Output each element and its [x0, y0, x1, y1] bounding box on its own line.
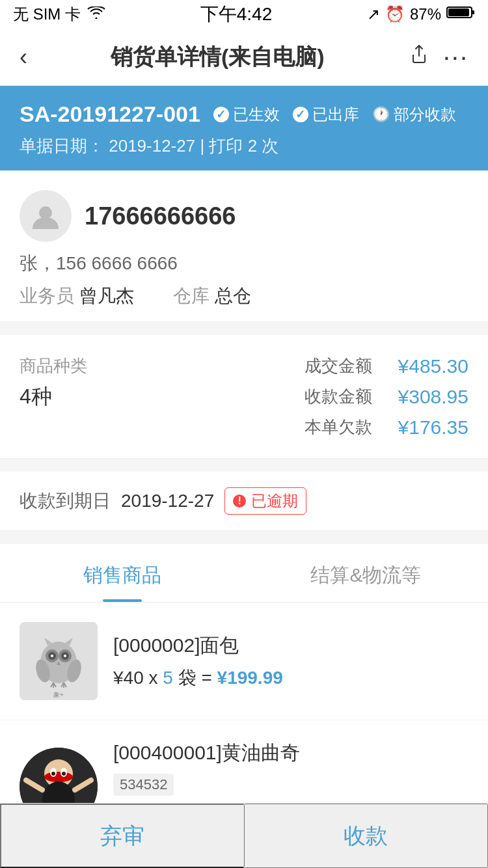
stats-right: 成交金额 ¥485.30 收款金额 ¥308.95 本单欠款 ¥176.35	[305, 355, 468, 439]
due-label: 收款到期日	[20, 489, 111, 513]
print-suffix: 次	[262, 136, 278, 156]
deal-amount-row: 成交金额 ¥485.30	[305, 355, 468, 377]
debt-amount: ¥176.35	[398, 416, 468, 439]
carrier-label: 无 SIM 卡	[13, 4, 81, 25]
order-header-banner: SA-20191227-001 ✓ 已生效 ✓ 已出库 🕐 部分收款 单据日期：…	[0, 86, 488, 170]
status-time: 下午4:42	[200, 2, 273, 27]
debt-amount-row: 本单欠款 ¥176.35	[305, 416, 468, 439]
status-right: ↗ ⏰ 87%	[367, 5, 475, 23]
order-date-row: 单据日期： 2019-12-27 | 打印 2 次	[20, 135, 468, 157]
battery-label: 87%	[410, 5, 441, 23]
back-button[interactable]: ‹	[20, 44, 27, 71]
more-button[interactable]: ···	[443, 42, 468, 72]
check-icon-2: ✓	[293, 107, 308, 122]
cancel-review-button[interactable]: 弃审	[0, 804, 244, 868]
svg-point-29	[51, 772, 55, 776]
svg-point-11	[64, 655, 66, 657]
status-left: 无 SIM 卡	[13, 4, 105, 25]
collect-payment-button[interactable]: 收款	[244, 804, 489, 868]
due-date-section: 收款到期日 2019-12-27 ! 已逾期	[0, 472, 488, 531]
sales-name: 曾凡杰	[79, 284, 134, 308]
receipt-amount: ¥308.95	[398, 386, 468, 408]
customer-avatar	[20, 190, 72, 242]
order-date: 2019-12-27	[109, 136, 195, 156]
product-thumbnail-1: 象+	[20, 622, 98, 700]
customer-section: 17666666666 张，156 6666 6666 业务员 曾凡杰 仓库 总…	[0, 170, 488, 322]
page-title: 销货单详情(来自电脑)	[111, 42, 325, 72]
alarm-icon: ⏰	[385, 5, 405, 23]
product-price-1: ¥40 x 5 袋 = ¥199.99	[113, 666, 468, 690]
svg-rect-1	[472, 10, 474, 14]
deal-label: 成交金额	[305, 355, 372, 377]
types-label: 商品种类	[20, 355, 87, 377]
svg-text:象+: 象+	[53, 691, 64, 698]
date-label: 单据日期：	[20, 136, 104, 156]
overdue-icon: !	[233, 495, 246, 508]
order-id: SA-20191227-001	[20, 102, 200, 127]
svg-rect-2	[448, 8, 469, 16]
customer-phone: 17666666666	[85, 202, 236, 230]
print-count: 2	[248, 136, 257, 156]
warehouse-label: 仓库	[173, 284, 210, 308]
tab-settlement-logistics[interactable]: 结算&物流等	[244, 544, 488, 602]
due-date-value: 2019-12-27	[121, 491, 214, 511]
share-button[interactable]	[408, 44, 430, 71]
product-sku-2: 534532	[113, 774, 174, 796]
types-value: 4种	[20, 383, 87, 411]
product-qty-1: 5	[163, 668, 173, 688]
deal-amount: ¥485.30	[398, 355, 468, 377]
nav-bar: ‹ 销货单详情(来自电脑) ···	[0, 29, 488, 86]
svg-point-10	[51, 655, 53, 657]
overdue-badge: ! 已逾期	[224, 487, 306, 515]
print-separator: | 打印	[200, 136, 247, 156]
svg-point-26	[44, 772, 73, 782]
product-item: 象+ [0000002]面包 ¥40 x 5 袋 = ¥199.99	[0, 603, 488, 720]
overdue-text: 已逾期	[251, 491, 298, 511]
svg-point-30	[62, 772, 66, 776]
stats-section: 商品种类 4种 成交金额 ¥485.30 收款金额 ¥308.95 本单欠款 ¥…	[0, 335, 488, 459]
sales-item: 业务员 曾凡杰	[20, 284, 134, 308]
tabs-row: 销售商品 结算&物流等	[0, 544, 488, 602]
product-total-1: ¥199.99	[217, 668, 283, 688]
check-icon-1: ✓	[213, 107, 229, 122]
customer-meta: 业务员 曾凡杰 仓库 总仓	[20, 284, 468, 308]
customer-name-phone: 张，156 6666 6666	[20, 251, 468, 276]
stats-left: 商品种类 4种	[20, 355, 87, 411]
nav-actions: ···	[408, 42, 468, 72]
badge-partial-payment: 🕐 部分收款	[372, 104, 456, 125]
badge-shipped: ✓ 已出库	[293, 104, 359, 125]
warehouse-item: 仓库 总仓	[173, 284, 251, 308]
product-info-1: [0000002]面包 ¥40 x 5 袋 = ¥199.99	[113, 632, 468, 690]
tabs-section: 销售商品 结算&物流等	[0, 544, 488, 603]
tab-sales-products[interactable]: 销售商品	[0, 544, 244, 602]
product-name-2: [000400001]黄油曲奇	[113, 740, 468, 766]
wifi-icon	[87, 5, 105, 23]
bottom-bar: 弃审 收款	[0, 803, 488, 868]
warehouse-name: 总仓	[215, 284, 251, 308]
receipt-amount-row: 收款金额 ¥308.95	[305, 385, 468, 408]
battery-icon	[446, 5, 475, 23]
debt-label: 本单欠款	[305, 416, 372, 439]
badge-effective: ✓ 已生效	[213, 104, 280, 125]
status-bar: 无 SIM 卡 下午4:42 ↗ ⏰ 87%	[0, 0, 488, 29]
product-name-1: [0000002]面包	[113, 632, 468, 659]
location-icon: ↗	[367, 5, 380, 23]
clock-icon: 🕐	[372, 106, 390, 123]
sales-label: 业务员	[20, 284, 74, 308]
receipt-label: 收款金额	[305, 385, 372, 408]
